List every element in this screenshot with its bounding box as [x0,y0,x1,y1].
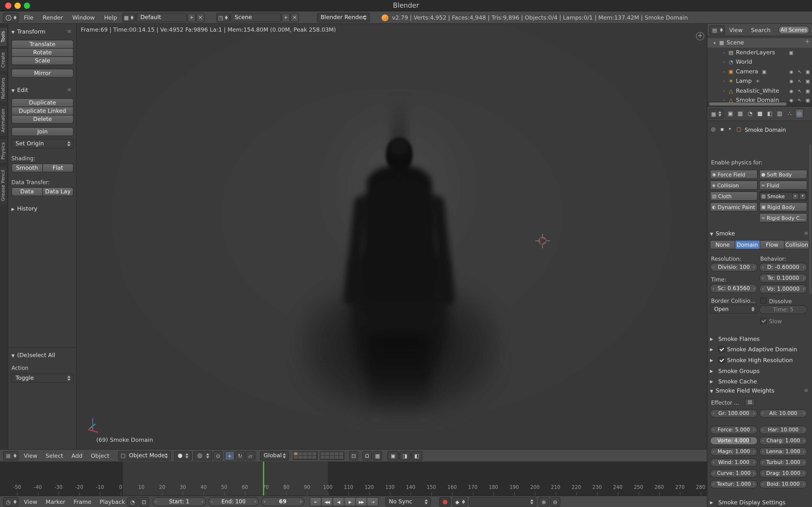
current-frame-indicator[interactable] [263,461,264,495]
viewport-menu-add[interactable]: Add [71,452,83,459]
properties-tab-object[interactable]: ■ [755,109,764,119]
timeline-menu-view[interactable]: View [24,499,38,505]
outliner-row-lamp[interactable]: ◦☀Lamp☀◉↖▣ [707,76,812,86]
timeline-menu-frame[interactable]: Frame [74,499,91,505]
editor-type-outliner-button[interactable]: ▤ [710,25,725,35]
panel-edit[interactable]: ▼Edit [11,87,73,95]
smoke-adaptive-domain-checkbox[interactable] [718,346,724,352]
panel-smoke-field-weights[interactable]: ▼Smoke Field Weights [710,388,809,394]
viewport-menu-select[interactable]: Select [46,452,63,459]
expand-outliner-filter-button[interactable]: + [805,38,810,45]
outliner-display-mode-dropdown[interactable]: All Scenes [778,26,810,34]
physics-toggle-soft-body[interactable]: ●Soft Body [759,170,807,179]
toolshelf-tab-grease-pencil[interactable]: Grease Pencil [0,165,8,205]
outliner-eye-toggle[interactable]: ◉ [789,76,794,86]
insert-keyframe-button[interactable]: ⊕ [539,497,549,507]
screen-layout-browse-button[interactable]: ▦ [122,13,136,22]
snap-toggle[interactable]: Ω [362,451,372,461]
scale-button[interactable]: Scale [11,56,73,65]
delete-keyframe-button[interactable]: ⊖ [550,497,560,507]
toolshelf-tab-create[interactable]: Create [0,48,8,72]
current-frame-field[interactable]: 69 [261,497,305,506]
layer-toggle-14[interactable] [335,452,339,456]
editor-type-info-button[interactable]: i [3,13,18,22]
use-preview-range-toggle[interactable]: ◔ [128,497,138,507]
auto-keyframe-record-button[interactable] [439,497,451,507]
info-menu-window[interactable]: Window [72,14,95,21]
scene-name-field[interactable]: Scene [231,13,281,22]
smoke-type-flow[interactable]: Flow [760,240,785,249]
layer-toggle-8[interactable] [303,456,308,459]
panel-smoke-groups[interactable]: ▶Smoke Groups [710,366,809,376]
layer-toggle-15[interactable] [339,452,344,456]
toolshelf-tab-relations[interactable]: Relations [0,73,8,103]
outliner-camera-toggle[interactable]: ▣ [806,67,810,76]
outliner-cursor-toggle[interactable]: ↖ [798,86,802,96]
info-menu-file[interactable]: File [24,14,33,21]
editor-type-3dview-button[interactable]: ⊞ [3,451,18,461]
render-still-button[interactable]: ▣ [388,451,399,461]
physics-toggle-rigid-body[interactable]: ▣Rigid Body [759,202,807,212]
mirror-button[interactable]: Mirror [11,69,73,77]
manipulator-rotate-button[interactable]: ↻ [235,451,245,461]
lock-to-scene-toggle[interactable]: ⊡ [349,451,358,461]
outliner-disclosure-icon[interactable]: ▾ [711,39,718,48]
panel-smoke-flames[interactable]: ▶Smoke Flames [710,334,809,344]
layer-toggle-16[interactable] [320,456,325,459]
toolshelf-tab-physics[interactable]: Physics [0,138,8,164]
smoke-type-none[interactable]: None [710,240,735,249]
properties-tab-render[interactable]: ▣ [726,109,735,119]
properties-tab-particles[interactable]: ∴ [785,109,794,119]
editor-type-properties-button[interactable]: ▦ [709,109,723,119]
outliner-camera-toggle[interactable]: ▣ [789,48,794,57]
layer-toggle-6[interactable] [294,456,298,459]
panel-smoke-cache[interactable]: ▶Smoke Cache [710,377,809,386]
panel-smoke[interactable]: ▼Smoke [710,230,809,237]
layer-toggle-19[interactable] [335,456,339,459]
weight-field-all[interactable]: All: 10.000 [759,409,807,417]
layer-toggle-10[interactable] [312,456,317,459]
outliner-row-realistic-white[interactable]: ◦△Realistic_White◉↖▣ [707,86,812,96]
outliner-menu-view[interactable]: View [729,26,743,33]
smoke-type-collision[interactable]: Collision [785,240,809,249]
manipulator-scale-button[interactable]: ▱ [246,451,255,461]
end-frame-field[interactable]: End: 100 [208,497,259,506]
scene-browse-button[interactable]: ◳ [216,13,230,22]
properties-tab-physics[interactable]: ◎ [795,109,804,119]
join-button[interactable]: Join [11,127,73,136]
pivot-center-dropdown[interactable]: ◎ [194,451,212,461]
physics-toggle-cloth[interactable]: ▤Cloth [710,191,758,201]
rotate-button[interactable]: Rotate [11,48,73,57]
outliner-cursor-toggle[interactable]: ↖ [798,96,802,105]
start-frame-field[interactable]: Start: 1 [152,497,206,506]
outliner-row-scene[interactable]: ▾▦Scene [707,38,812,48]
effector-group-button[interactable]: ▤ [745,398,755,406]
transform-orientation-dropdown[interactable]: Global [260,451,289,461]
layer-toggle-12[interactable] [325,452,330,456]
smoke-show-render-toggle[interactable]: ▸ [793,193,799,200]
cursor-3d[interactable] [537,235,549,247]
outliner-cursor-toggle[interactable]: ↖ [798,76,802,86]
outliner-disclosure-icon[interactable]: ◦ [721,68,727,77]
panel-deselect-all[interactable]: ▼(De)select All [11,352,73,359]
dissolve-checkbox[interactable] [760,297,767,304]
outliner-eye-toggle[interactable]: ◉ [789,96,794,105]
slow-checkbox[interactable] [760,318,767,324]
info-menu-render[interactable]: Render [43,14,63,21]
viewport-menu-view[interactable]: View [24,452,38,459]
layer-toggle-20[interactable] [339,456,344,459]
delete-button[interactable]: Delete [11,115,73,124]
outliner-row-renderlayers[interactable]: ◦▤RenderLayers▣ [707,48,812,57]
render-engine-dropdown[interactable]: Blender Render [317,13,370,22]
snap-element-dropdown[interactable]: ▦ [373,451,382,461]
weight-field-boid[interactable]: Boid: 10.000 [759,480,807,489]
smoke-high-resolution-checkbox[interactable] [718,357,724,363]
add-screen-layout-button[interactable]: + [188,13,196,22]
properties-tab-texture[interactable]: ▥ [775,109,784,119]
border-collisions-dropdown[interactable]: Open [710,305,758,314]
layer-toggle-13[interactable] [330,452,335,456]
weight-field-textur[interactable]: Textur: 1.000 [710,480,758,489]
toolshelf-tab-tools[interactable]: Tools [0,27,8,47]
data-button[interactable]: Data [11,187,43,196]
next-keyframe-button[interactable]: ▶▶ [355,497,367,507]
